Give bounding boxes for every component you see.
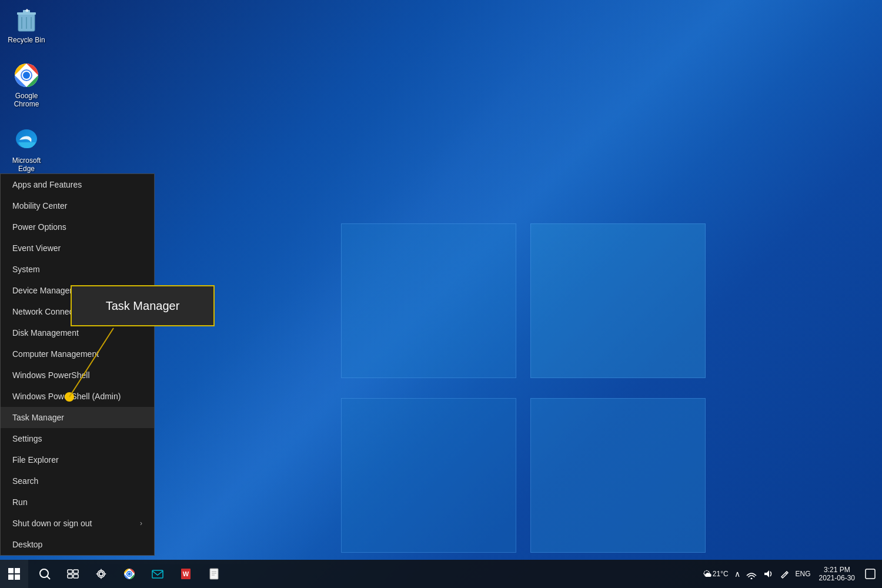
menu-item-windows-powershell[interactable]: Windows PowerShell (1, 365, 154, 386)
win-pane-bottom-left (341, 398, 516, 553)
taskbar-gear-icon (95, 567, 108, 580)
taskbar-task-view-button[interactable] (59, 560, 87, 588)
clock-time: 3:21 PM (824, 566, 850, 574)
win-pane-top-left (341, 223, 516, 378)
svg-rect-18 (68, 570, 72, 573)
windows-logo (341, 223, 706, 553)
svg-point-35 (750, 578, 752, 580)
taskbar-mail-icon (151, 567, 164, 580)
pen-icon (779, 569, 790, 579)
svg-point-10 (23, 72, 30, 79)
microsoft-edge-svg (12, 126, 41, 154)
system-tray: 🌥 🌥 21°C 21°C ∧ (701, 560, 882, 588)
google-chrome-svg (12, 61, 41, 89)
notification-button[interactable] (861, 560, 880, 588)
taskbar-mail-button[interactable] (143, 560, 172, 588)
taskbar-settings-button[interactable] (87, 560, 115, 588)
svg-rect-14 (8, 574, 14, 580)
menu-item-computer-management[interactable]: Computer Management (1, 343, 154, 365)
menu-item-desktop[interactable]: Desktop (1, 534, 154, 555)
notification-icon (865, 569, 876, 579)
taskbar-notepad-icon (208, 567, 220, 580)
tray-expand-icon: ∧ (734, 569, 740, 579)
svg-rect-13 (15, 568, 20, 573)
taskbar-search-button[interactable] (31, 560, 59, 588)
menu-item-search[interactable]: Search (1, 470, 154, 492)
start-button[interactable] (0, 560, 28, 588)
menu-item-windows-powershell-admin[interactable]: Windows PowerShell (Admin) (1, 386, 154, 407)
recycle-bin-label: Recycle Bin (8, 36, 45, 44)
menu-item-settings[interactable]: Settings (1, 428, 154, 449)
menu-item-event-viewer[interactable]: Event Viewer (1, 238, 154, 259)
taskbar-icons: W (28, 560, 701, 588)
win-pane-top-right (530, 223, 706, 378)
microsoft-edge-label: Microsoft Edge (5, 156, 48, 173)
tray-sound[interactable] (760, 560, 776, 588)
win-pane-bottom-right (530, 398, 706, 553)
tray-weather[interactable]: 🌥 🌥 21°C 21°C (701, 560, 731, 588)
menu-item-file-explorer[interactable]: File Explorer (1, 449, 154, 470)
desktop: ♻ Recycle Bin Google Chrome (0, 0, 882, 588)
menu-item-run[interactable]: Run (1, 492, 154, 513)
recycle-bin-svg: ♻ (12, 5, 41, 34)
svg-point-27 (128, 573, 131, 576)
menu-item-apps-features[interactable]: Apps and Features (1, 174, 154, 195)
svg-rect-19 (74, 570, 78, 573)
tray-language[interactable]: ENG (793, 560, 813, 588)
menu-item-mobility-center[interactable]: Mobility Center (1, 195, 154, 216)
taskbar-office-icon: W (179, 567, 192, 580)
svg-line-36 (786, 573, 787, 574)
language-label: ENG (796, 570, 811, 578)
weather-icon: 🌥 (703, 569, 711, 579)
clock-display[interactable]: 3:21 PM 2021-06-30 (814, 560, 860, 588)
sound-icon (763, 569, 773, 579)
svg-rect-12 (8, 568, 14, 573)
taskbar-task-view-icon (67, 568, 79, 580)
tray-pen[interactable] (777, 560, 792, 588)
svg-rect-21 (74, 574, 78, 578)
clock-date: 2021-06-30 (819, 574, 855, 582)
tray-network[interactable] (744, 560, 759, 588)
svg-rect-28 (152, 570, 163, 578)
taskbar-chrome-icon (123, 567, 136, 580)
svg-rect-15 (15, 574, 20, 580)
task-manager-tooltip-label: Task Manager (106, 299, 180, 313)
google-chrome-icon[interactable]: Google Chrome (3, 59, 50, 111)
shut-down-chevron-icon: › (140, 519, 142, 527)
menu-item-system[interactable]: System (1, 259, 154, 280)
svg-line-17 (47, 576, 50, 579)
windows-start-icon (7, 567, 21, 581)
taskbar-search-icon (39, 568, 51, 580)
svg-rect-37 (866, 569, 875, 579)
context-menu: Apps and Features Mobility Center Power … (0, 173, 155, 556)
svg-point-22 (99, 572, 103, 576)
menu-item-power-options[interactable]: Power Options (1, 216, 154, 238)
microsoft-edge-icon[interactable]: Microsoft Edge (3, 123, 50, 176)
google-chrome-label: Google Chrome (5, 92, 48, 109)
svg-rect-31 (210, 569, 218, 579)
svg-point-16 (40, 569, 48, 577)
menu-item-task-manager[interactable]: Task Manager (1, 407, 154, 428)
taskbar-notepad-button[interactable] (200, 560, 228, 588)
recycle-bin-icon[interactable]: ♻ Recycle Bin (3, 3, 50, 46)
tray-chevron[interactable]: ∧ (732, 560, 743, 588)
taskbar: W 🌥 🌥 21°C 21°C ∧ (0, 560, 882, 588)
svg-text:W: W (183, 570, 189, 577)
network-icon (746, 569, 757, 579)
svg-rect-20 (68, 574, 72, 578)
taskbar-office-button[interactable]: W (172, 560, 200, 588)
taskbar-chrome-button[interactable] (115, 560, 143, 588)
task-manager-tooltip: Task Manager (71, 285, 215, 326)
menu-item-shut-down[interactable]: Shut down or sign out › (1, 513, 154, 534)
